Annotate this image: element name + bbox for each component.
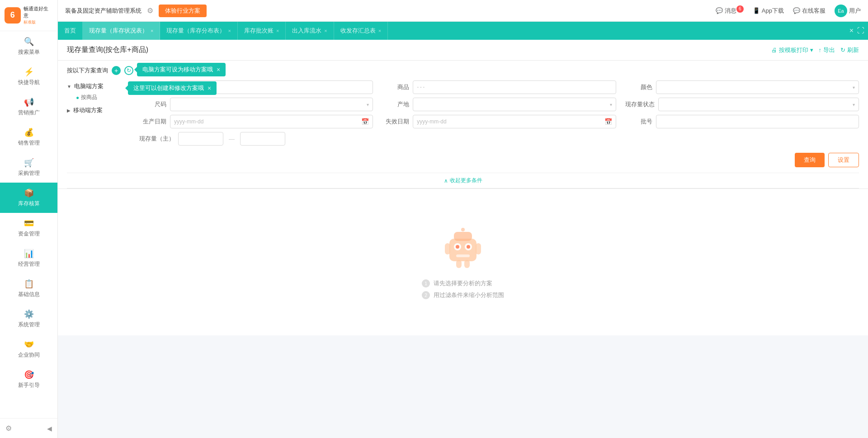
- sidebar-bottom: ⚙ ◀: [0, 418, 57, 438]
- support-icon: 💬: [793, 7, 800, 14]
- user-item[interactable]: Ea 用户: [835, 5, 861, 17]
- batch-input[interactable]: [656, 115, 859, 128]
- scheme-edit-tooltip-close[interactable]: ×: [208, 85, 211, 92]
- scheme-tooltip: 电脑方案可设为移动方案哦 ×: [137, 63, 226, 76]
- stock-status-dropdown-arrow: ▾: [853, 102, 855, 107]
- nav-icon: ⚡: [24, 67, 34, 77]
- batch-label: 批号: [625, 118, 652, 126]
- filter-action-row: 查询 设置: [139, 149, 859, 173]
- stock-main-filter: 现存量（主） —: [139, 132, 373, 146]
- stock-main-separator: —: [227, 136, 236, 142]
- color-dropdown-arrow: ▾: [853, 85, 855, 90]
- filter-section: 按以下方案查询 + ↻ 《 电脑方案可设为移动方案哦 × 这里可以创建和修改方案…: [58, 61, 868, 189]
- sidebar-item-search[interactable]: 🔍 搜索菜单: [0, 31, 57, 61]
- trial-button[interactable]: 体验行业方案: [159, 5, 207, 17]
- tab-batch[interactable]: 库存批次账 ×: [238, 22, 286, 40]
- tab-stock-status[interactable]: 现存量（库存状况表） ×: [83, 22, 160, 40]
- tab-close-stock-status[interactable]: ×: [151, 28, 153, 33]
- page-actions: 🖨 按模板打印 ▾ ↑ 导出 ↻ 刷新: [771, 46, 859, 54]
- produce-date-label: 生产日期: [139, 118, 166, 126]
- tab-fullscreen-icon[interactable]: ⛶: [857, 27, 864, 35]
- size-filter: 尺码 ▾: [139, 98, 373, 111]
- stock-main-label: 现存量（主）: [139, 135, 175, 143]
- svg-rect-0: [449, 239, 476, 261]
- export-btn[interactable]: ↑ 导出: [819, 46, 835, 54]
- size-input[interactable]: ▾: [170, 98, 373, 111]
- sidebar-item-enterprise[interactable]: 🤝 企业协同: [0, 334, 57, 364]
- tab-receive[interactable]: 收发存汇总表 ×: [334, 22, 388, 40]
- message-item[interactable]: 💬 消息 6: [716, 7, 744, 15]
- color-input[interactable]: ▾: [656, 80, 859, 94]
- tab-close-batch[interactable]: ×: [276, 28, 279, 33]
- produce-date-calendar-icon: 📅: [361, 118, 369, 125]
- stock-main-input-start[interactable]: [178, 132, 223, 146]
- goods-input[interactable]: ···: [413, 80, 616, 94]
- sidebar-item-finance[interactable]: 💳 资金管理: [0, 213, 57, 243]
- app-logo-icon: 6: [5, 7, 21, 24]
- support-item[interactable]: 💬 在线客服: [793, 7, 826, 15]
- main-content: 现存量查询(按仓库+商品) 🖨 按模板打印 ▾ ↑ 导出 ↻ 刷新 按以下方案查…: [58, 40, 868, 438]
- hint-num-2: 2: [422, 291, 430, 299]
- finance-icon: 💳: [24, 218, 34, 228]
- desktop-sub-item[interactable]: ● 按商品: [67, 92, 130, 103]
- svg-point-6: [467, 245, 470, 249]
- sidebar-item-operation[interactable]: 📊 经营管理: [0, 243, 57, 273]
- settings-btn[interactable]: ⚙: [5, 424, 12, 433]
- app-name: 畅通道好生意: [24, 5, 53, 19]
- scheme-list: ▼ 电脑端方案 ● 按商品 ▶ 移动端方案: [67, 79, 130, 173]
- sidebar-item-nav[interactable]: ⚡ 快捷导航: [0, 61, 57, 92]
- search-button[interactable]: 查询: [795, 153, 825, 167]
- scheme-tooltip-close[interactable]: ×: [217, 66, 220, 73]
- empty-icon-container: [436, 225, 490, 270]
- batch-filter: 批号: [625, 115, 859, 128]
- operation-icon: 📊: [24, 249, 34, 259]
- refresh-btn[interactable]: ↻ 刷新: [840, 46, 859, 54]
- tab-close-all-icon[interactable]: ×: [849, 27, 854, 35]
- filter-refresh-button[interactable]: ↻: [124, 66, 133, 75]
- header-right: 💬 消息 6 📱 App下载 💬 在线客服 Ea 用户: [716, 5, 861, 17]
- app-download-item[interactable]: 📱 App下载: [753, 7, 784, 15]
- refresh-icon: ↻: [840, 47, 845, 53]
- tab-close-stock-dist[interactable]: ×: [228, 28, 231, 33]
- warehouse-icon: 📦: [24, 188, 34, 198]
- tab-home[interactable]: 首页: [58, 22, 83, 40]
- expire-date-input[interactable]: yyyy-mm-dd 📅: [413, 115, 616, 128]
- empty-hint-2: 2 用过滤条件来缩小分析范围: [422, 291, 504, 299]
- origin-input[interactable]: ▾: [413, 98, 616, 111]
- enterprise-icon: 🤝: [24, 339, 34, 349]
- header: 装备及固定资产辅助管理系统 ⚙ 体验行业方案 💬 消息 6 📱 App下载 💬 …: [58, 0, 868, 22]
- print-btn[interactable]: 🖨 按模板打印 ▾: [771, 46, 813, 54]
- svg-rect-11: [464, 260, 470, 268]
- tab-stock-dist[interactable]: 现存量（库存分布表） ×: [160, 22, 237, 40]
- sidebar-item-marketing[interactable]: 📢 营销推广: [0, 92, 57, 122]
- svg-rect-7: [456, 254, 470, 257]
- color-label: 颜色: [625, 83, 652, 91]
- collapse-btn[interactable]: ◀: [47, 425, 52, 432]
- desktop-sub-label: 按商品: [81, 94, 97, 101]
- size-dropdown-arrow: ▾: [367, 102, 369, 107]
- sidebar-item-guide[interactable]: 🎯 新手引导: [0, 364, 57, 395]
- sidebar-item-warehouse[interactable]: 📦 库存核算: [0, 183, 57, 213]
- stock-main-input-end[interactable]: [240, 132, 285, 146]
- print-icon: 🖨: [771, 47, 777, 53]
- message-icon: 💬: [716, 7, 723, 14]
- collapse-bar[interactable]: ∧ 收起更多条件: [67, 173, 859, 188]
- tabs-bar: 首页 现存量（库存状况表） × 现存量（库存分布表） × 库存批次账 × 出入库…: [58, 22, 868, 40]
- tab-inout[interactable]: 出入库流水 ×: [286, 22, 334, 40]
- tab-close-inout[interactable]: ×: [324, 28, 327, 33]
- sidebar-item-sales[interactable]: 💰 销售管理: [0, 122, 57, 152]
- guide-icon: 🎯: [24, 370, 34, 380]
- header-settings-icon[interactable]: ⚙: [147, 6, 153, 15]
- sidebar-item-system[interactable]: ⚙️ 系统管理: [0, 304, 57, 334]
- produce-date-input[interactable]: yyyy-mm-dd 📅: [170, 115, 373, 128]
- sidebar-item-purchase[interactable]: 🛒 采购管理: [0, 152, 57, 183]
- app-badge: 标准版: [24, 19, 53, 25]
- setting-button[interactable]: 设置: [828, 153, 859, 167]
- scheme-group-desktop: ▼ 电脑端方案 ● 按商品: [67, 80, 130, 103]
- sidebar-item-basic[interactable]: 📋 基础信息: [0, 273, 57, 304]
- stock-status-input[interactable]: ▾: [658, 98, 859, 111]
- empty-state: 1 请先选择要分析的方案 2 用过滤条件来缩小分析范围: [58, 189, 868, 335]
- svg-rect-9: [476, 243, 481, 254]
- filter-add-button[interactable]: +: [112, 66, 121, 75]
- tab-close-receive[interactable]: ×: [378, 28, 381, 33]
